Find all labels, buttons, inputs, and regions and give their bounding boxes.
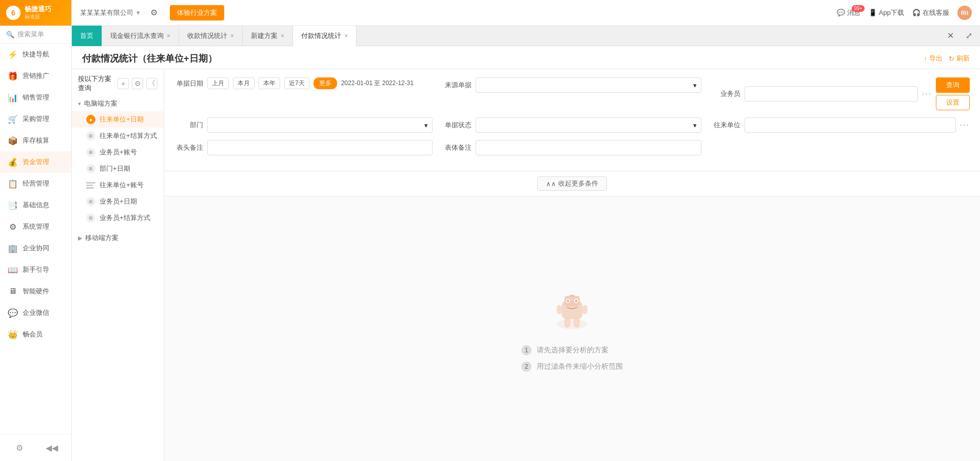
date-7days-btn[interactable]: 近7天 xyxy=(284,77,309,89)
sidebar-item-system[interactable]: ⚙ 系统管理 xyxy=(0,216,71,237)
sidebar-item-operations[interactable]: 📋 经营管理 xyxy=(0,173,71,194)
collapse-sidebar-btn[interactable]: ◀◀ xyxy=(38,439,67,456)
tab-bank[interactable]: 现金银行流水查询 × xyxy=(102,26,179,46)
sidebar-item-inventory[interactable]: 📦 库存核算 xyxy=(0,130,71,151)
content-area: 付款情况统计（往来单位+日期） ↑ 导出 ↻ 刷新 按以下方案查询 + xyxy=(72,46,980,461)
app-download-btn[interactable]: 📱 App下载 xyxy=(869,8,904,17)
user-avatar[interactable]: Rit xyxy=(957,6,972,20)
close-all-tabs-btn[interactable]: ✕ xyxy=(943,29,957,43)
avatar-text: Rit xyxy=(961,10,969,16)
empty-area: 1 请先选择要分析的方案 2 用过滤条件来缩小分析范围 xyxy=(164,196,980,461)
partner-date-label: 往来单位+日期 xyxy=(100,115,144,124)
tab-new-plan-close[interactable]: × xyxy=(281,32,284,39)
date-range-text: 2022-01-01 至 2022-12-31 xyxy=(341,79,414,88)
mobile-section: ▶ 移动端方案 xyxy=(72,230,164,250)
tab-receipt-stat[interactable]: 收款情况统计 × xyxy=(179,26,243,46)
trial-btn[interactable]: 体验行业方案 xyxy=(170,5,224,21)
panel-item-staff-account[interactable]: ⊞ 业务员+账号 xyxy=(72,144,164,161)
panel-header-actions: + ⚙ 《 xyxy=(117,78,158,89)
sidebar-item-basic[interactable]: 📑 基础信息 xyxy=(0,194,71,216)
staff-filter-content xyxy=(744,86,918,102)
source-chevron-icon: ▾ xyxy=(693,82,697,89)
finance-icon: 💰 xyxy=(8,157,17,167)
sidebar-item-label: 企业协同 xyxy=(23,244,49,253)
filter-dept-item: 部门 ▾ xyxy=(174,117,433,133)
dept-date-icon: ⊞ xyxy=(86,164,95,173)
filter-row-3: 表头备注 表体备注 xyxy=(174,140,970,155)
panel-item-staff-settle[interactable]: ⊞ 业务员+结算方式 xyxy=(72,210,164,226)
maximize-btn[interactable]: ⤢ xyxy=(962,29,976,43)
sidebar-item-sales[interactable]: 📊 销售管理 xyxy=(0,87,71,108)
staff-ellipsis-btn[interactable]: ··· xyxy=(922,89,932,98)
tab-new-plan[interactable]: 新建方案 × xyxy=(243,26,293,46)
dept-select[interactable]: ▾ xyxy=(207,117,433,133)
panel-collapse-btn[interactable]: 《 xyxy=(146,78,158,89)
system-icon: ⚙ xyxy=(8,222,17,231)
body-note-input[interactable] xyxy=(476,140,701,155)
online-service-btn[interactable]: 🎧 在线客服 xyxy=(912,8,949,17)
tab-home[interactable]: 首页 xyxy=(72,26,102,46)
header-note-input[interactable] xyxy=(207,140,433,155)
panel-header-label: 按以下方案查询 xyxy=(78,74,117,93)
export-btn[interactable]: ↑ 导出 xyxy=(924,54,943,63)
partner-ellipsis-btn[interactable]: ··· xyxy=(960,121,970,130)
filter-header-note-item: 表头备注 xyxy=(174,140,433,155)
panel-item-partner-account[interactable]: 往来单位+账号 xyxy=(72,177,164,193)
staff-date-label: 业务员+日期 xyxy=(100,197,137,206)
partner-filter-label: 往来单位 xyxy=(712,121,740,130)
panel-config-btn[interactable]: ⚙ xyxy=(132,78,143,89)
tab-bank-close[interactable]: × xyxy=(167,32,170,39)
tab-receipt-close[interactable]: × xyxy=(230,32,234,39)
date-this-year-btn[interactable]: 本年 xyxy=(259,77,280,89)
sidebar-item-label: 营销推广 xyxy=(23,71,49,81)
panel-item-partner-date[interactable]: ● 往来单位+日期 xyxy=(72,111,164,128)
sidebar-item-quick-nav[interactable]: ⚡ 快捷导航 xyxy=(0,44,71,65)
collapse-conditions-btn[interactable]: ∧∧ 收起更多条件 xyxy=(537,176,607,191)
filter-body-note-item: 表体备注 xyxy=(443,140,701,155)
sidebar-item-hardware[interactable]: 🖥 智能硬件 xyxy=(0,280,71,302)
robot-svg xyxy=(546,286,598,337)
search-menu[interactable]: 🔍 搜索菜单 xyxy=(0,26,71,44)
status-select[interactable]: ▾ xyxy=(476,117,701,133)
filter-source-item: 来源单据 ▾ xyxy=(443,77,701,93)
mobile-section-chevron: ▶ xyxy=(78,235,82,242)
tab-bar: 首页 现金银行流水查询 × 收款情况统计 × 新建方案 × 付款情况统计 × ✕… xyxy=(72,26,980,46)
source-select[interactable]: ▾ xyxy=(476,77,701,93)
sidebar-item-marketing[interactable]: 🎁 营销推广 xyxy=(0,65,71,87)
panel-add-btn[interactable]: + xyxy=(117,78,129,89)
panel-item-staff-date[interactable]: ⊞ 业务员+日期 xyxy=(72,193,164,210)
date-this-month-btn[interactable]: 本月 xyxy=(233,77,254,89)
sidebar-item-guide[interactable]: 📖 新手引导 xyxy=(0,259,71,280)
mobile-section-title[interactable]: ▶ 移动端方案 xyxy=(72,230,164,246)
pc-section-title[interactable]: ▾ 电脑端方案 xyxy=(72,96,164,111)
partner-account-icon xyxy=(86,181,95,190)
search-icon: 🔍 xyxy=(6,31,14,38)
sidebar-item-enterprise[interactable]: 🏢 企业协同 xyxy=(0,237,71,259)
sidebar-item-wechat[interactable]: 💬 企业微信 xyxy=(0,302,71,324)
panel-item-partner-settle[interactable]: ⊞ 往来单位+结算方式 xyxy=(72,128,164,144)
refresh-btn[interactable]: ↻ 刷新 xyxy=(949,54,970,63)
sidebar-item-purchase[interactable]: 🛒 采购管理 xyxy=(0,108,71,130)
sidebar-item-member[interactable]: 👑 畅会员 xyxy=(0,324,71,345)
collapse-bar: ∧∧ 收起更多条件 xyxy=(164,171,980,196)
partner-select[interactable] xyxy=(744,117,956,133)
logo-icon: 6 xyxy=(6,6,21,20)
purchase-icon: 🛒 xyxy=(8,114,17,124)
panel-item-dept-date[interactable]: ⊞ 部门+日期 xyxy=(72,161,164,177)
tab-bank-label: 现金银行流水查询 xyxy=(110,31,164,41)
sidebar-item-finance[interactable]: 💰 资金管理 xyxy=(0,151,71,173)
tab-payment-stat[interactable]: 付款情况统计 × xyxy=(293,26,357,46)
query-btn[interactable]: 查询 xyxy=(936,77,970,93)
staff-account-icon: ⊞ xyxy=(86,148,95,157)
sidebar-item-label: 经营管理 xyxy=(23,179,49,188)
tab-payment-label: 付款情况统计 xyxy=(301,31,341,41)
staff-settle-label: 业务员+结算方式 xyxy=(100,213,150,223)
tab-payment-close[interactable]: × xyxy=(344,32,348,39)
staff-select[interactable] xyxy=(744,86,918,102)
settings-bottom-btn[interactable]: ⚙ xyxy=(5,439,34,456)
date-last-month-btn[interactable]: 上月 xyxy=(207,77,229,89)
filter-settings-btn[interactable]: 设置 xyxy=(936,95,970,110)
message-btn[interactable]: 💬 消息 99+ xyxy=(837,8,860,17)
date-more-btn[interactable]: 更多 xyxy=(313,77,337,89)
header-settings-btn[interactable]: ⚙ xyxy=(146,5,162,21)
